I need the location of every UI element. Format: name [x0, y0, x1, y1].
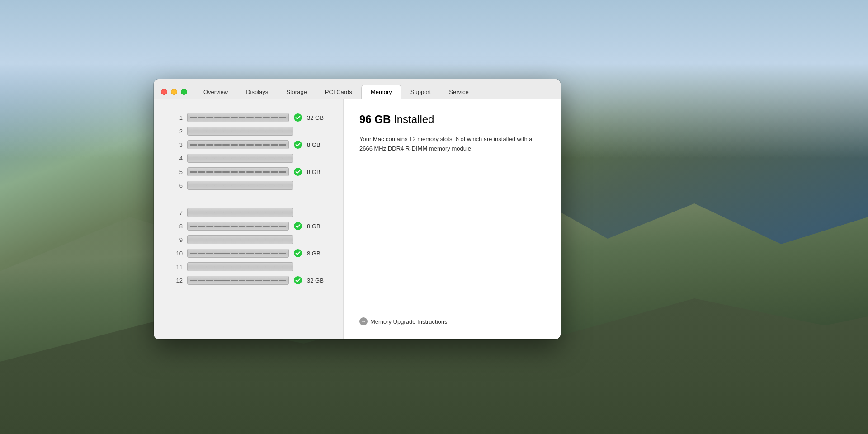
slot-check-icon-1: [293, 113, 302, 122]
slot-bar-11: [187, 262, 293, 271]
slot-number-8: 8: [172, 223, 183, 230]
memory-slot-10: 108 GB: [172, 249, 330, 258]
svg-point-2: [294, 168, 302, 176]
slot-number-7: 7: [172, 209, 183, 216]
memory-slot-8: 88 GB: [172, 222, 330, 231]
slot-size-3: 8 GB: [307, 142, 330, 148]
slot-number-2: 2: [172, 128, 183, 135]
upgrade-link-label: Memory Upgrade Instructions: [370, 318, 448, 325]
svg-point-5: [294, 276, 302, 284]
tab-bar: OverviewDisplaysStoragePCI CardsMemorySu…: [194, 85, 553, 99]
memory-slot-2: 2: [172, 127, 330, 136]
svg-point-3: [294, 222, 302, 230]
slot-bar-8: [187, 222, 289, 231]
slot-number-5: 5: [172, 169, 183, 175]
slot-number-12: 12: [172, 277, 183, 284]
title-bar: OverviewDisplaysStoragePCI CardsMemorySu…: [154, 79, 561, 99]
tab-service[interactable]: Service: [440, 85, 477, 99]
memory-slot-5: 58 GB: [172, 167, 330, 176]
memory-title-suffix: Installed: [391, 113, 434, 125]
slot-number-1: 1: [172, 114, 183, 121]
memory-slot-9: 9: [172, 235, 330, 244]
tab-support[interactable]: Support: [401, 85, 440, 99]
slot-bar-5: [187, 167, 289, 176]
memory-description: Your Mac contains 12 memory slots, 6 of …: [359, 135, 545, 154]
slot-number-9: 9: [172, 236, 183, 243]
window-content: 132 GB238 GB458 GB6788 GB9108 GB111232 G…: [154, 99, 561, 339]
traffic-lights: [161, 89, 187, 95]
memory-slot-1: 132 GB: [172, 113, 330, 122]
svg-point-0: [294, 113, 302, 122]
slot-size-10: 8 GB: [307, 250, 330, 257]
slot-check-icon-5: [293, 167, 302, 176]
slot-check-icon-8: [293, 222, 302, 231]
memory-slot-12: 1232 GB: [172, 276, 330, 285]
minimize-button[interactable]: [171, 89, 177, 95]
memory-slot-7: 7: [172, 208, 330, 217]
memory-slots-panel: 132 GB238 GB458 GB6788 GB9108 GB111232 G…: [154, 99, 344, 339]
slot-bar-10: [187, 249, 289, 258]
slot-size-8: 8 GB: [307, 223, 330, 230]
tab-memory[interactable]: Memory: [361, 85, 401, 99]
slot-bar-7: [187, 208, 293, 217]
slot-size-5: 8 GB: [307, 169, 330, 175]
slot-number-6: 6: [172, 182, 183, 189]
memory-slot-3: 38 GB: [172, 140, 330, 149]
slot-check-icon-3: [293, 140, 302, 149]
system-information-window: OverviewDisplaysStoragePCI CardsMemorySu…: [154, 79, 561, 339]
memory-slot-6: 6: [172, 181, 330, 190]
slot-group-1: 132 GB238 GB458 GB6: [172, 113, 330, 190]
slot-check-icon-10: [293, 249, 302, 258]
memory-installed-title: 96 GB Installed: [359, 113, 545, 126]
slot-number-10: 10: [172, 250, 183, 257]
maximize-button[interactable]: [181, 89, 187, 95]
slot-bar-4: [187, 154, 293, 163]
slot-bar-12: [187, 276, 289, 285]
tab-overview[interactable]: Overview: [194, 85, 237, 99]
slot-bar-2: [187, 127, 293, 136]
slot-bar-6: [187, 181, 293, 190]
memory-amount: 96 GB: [359, 113, 391, 125]
slot-number-3: 3: [172, 142, 183, 148]
svg-point-1: [294, 141, 302, 149]
memory-info-panel: 96 GB Installed Your Mac contains 12 mem…: [344, 99, 561, 339]
tab-displays[interactable]: Displays: [237, 85, 277, 99]
tab-pci-cards[interactable]: PCI Cards: [316, 85, 361, 99]
svg-point-4: [294, 249, 302, 257]
slot-number-11: 11: [172, 264, 183, 270]
slot-bar-9: [187, 235, 293, 244]
slot-size-12: 32 GB: [307, 277, 330, 284]
close-button[interactable]: [161, 89, 167, 95]
slot-number-4: 4: [172, 155, 183, 162]
slot-size-1: 32 GB: [307, 114, 330, 121]
slot-group-2: 788 GB9108 GB111232 GB: [172, 208, 330, 285]
memory-upgrade-link[interactable]: Memory Upgrade Instructions: [359, 317, 545, 326]
slot-group-divider: [172, 199, 330, 208]
tab-storage[interactable]: Storage: [277, 85, 316, 99]
slot-bar-1: [187, 113, 289, 122]
memory-slot-11: 11: [172, 262, 330, 271]
memory-slot-4: 4: [172, 154, 330, 163]
slot-check-icon-12: [293, 276, 302, 285]
upgrade-icon: [359, 317, 368, 326]
slot-bar-3: [187, 140, 289, 149]
